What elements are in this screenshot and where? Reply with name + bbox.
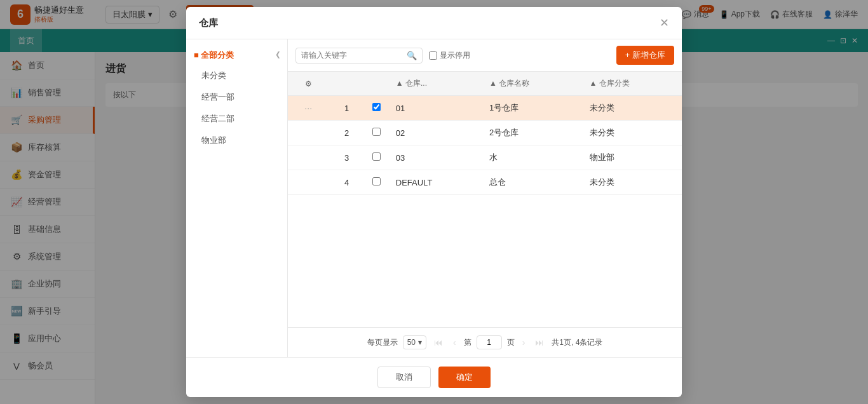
modal-footer: 取消 确定 [186, 357, 682, 397]
cancel-button[interactable]: 取消 [377, 367, 431, 388]
first-page-button[interactable]: ⏮ [431, 336, 445, 349]
page-label: 第 [464, 337, 471, 348]
show-disabled-checkbox[interactable] [429, 51, 437, 60]
search-box: 🔍 [295, 48, 423, 64]
cell-category: 未分类 [582, 121, 682, 145]
table-toolbar: 🔍 显示停用 + 新增仓库 [288, 39, 682, 72]
col-category: ▲ 仓库分类 [582, 72, 682, 96]
table-row[interactable]: 2 02 2号仓库 未分类 [288, 121, 682, 145]
cell-name: 总仓 [482, 170, 581, 195]
search-input[interactable] [301, 51, 403, 60]
cell-code: 03 [388, 145, 482, 170]
page-suffix: 页 [507, 337, 515, 348]
per-page-select[interactable]: 50 ▾ [403, 335, 426, 349]
row-actions-icon[interactable]: ··· [304, 103, 312, 113]
warehouse-table: ⚙ ▲ 仓库... ▲ 仓库名称 ▲ 仓库分类 [288, 72, 682, 195]
row-checkbox[interactable] [372, 152, 381, 161]
warehouse-modal: 仓库 ✕ ■ 全部分类 《 未分类 经营一部 经营二部 物业部 [186, 7, 682, 397]
col-checkbox [365, 72, 388, 96]
modal-overlay: 仓库 ✕ ■ 全部分类 《 未分类 经营一部 经营二部 物业部 [0, 0, 868, 404]
row-checkbox[interactable] [372, 128, 381, 136]
table-body: ··· 1 01 1号仓库 未分类 2 02 2号仓库 [288, 96, 682, 195]
col-actions: ⚙ [288, 72, 329, 96]
modal-close-button[interactable]: ✕ [660, 16, 669, 30]
table-header: ⚙ ▲ 仓库... ▲ 仓库名称 ▲ 仓库分类 [288, 72, 682, 96]
table-panel: 🔍 显示停用 + 新增仓库 ⚙ [288, 39, 682, 357]
collapse-icon[interactable]: 《 [272, 50, 280, 61]
cell-name: 水 [482, 145, 581, 170]
cell-code: 01 [388, 96, 482, 121]
category-panel: ■ 全部分类 《 未分类 经营一部 经营二部 物业部 [186, 39, 288, 357]
row-checkbox[interactable] [372, 177, 381, 185]
cell-category: 未分类 [582, 96, 682, 121]
col-name: ▲ 仓库名称 [482, 72, 581, 96]
all-categories-label: ■ 全部分类 [194, 50, 234, 61]
modal-body: ■ 全部分类 《 未分类 经营一部 经营二部 物业部 🔍 [186, 39, 682, 357]
cell-num: 3 [329, 145, 364, 170]
cell-num: 2 [329, 121, 364, 145]
next-page-button[interactable]: › [520, 336, 528, 349]
cell-num: 1 [329, 96, 364, 121]
category-unclassified[interactable]: 未分类 [186, 65, 287, 86]
cell-name: 1号仓库 [482, 96, 581, 121]
per-page-label: 每页显示 [367, 337, 398, 348]
col-code: ▲ 仓库... [388, 72, 482, 96]
category-property[interactable]: 物业部 [186, 130, 287, 151]
cell-name: 2号仓库 [482, 121, 581, 145]
category-ops2[interactable]: 经营二部 [186, 108, 287, 130]
search-icon: 🔍 [407, 51, 417, 60]
cell-num: 4 [329, 170, 364, 195]
cell-code: 02 [388, 121, 482, 145]
add-warehouse-button[interactable]: + 新增仓库 [616, 46, 674, 65]
cell-code: DEFAULT [388, 170, 482, 195]
row-checkbox[interactable] [372, 103, 381, 111]
table-row[interactable]: 3 03 水 物业部 [288, 145, 682, 170]
cell-category: 未分类 [582, 170, 682, 195]
chevron-down-icon: ▾ [418, 338, 422, 347]
category-ops1[interactable]: 经营一部 [186, 86, 287, 108]
all-categories-item[interactable]: ■ 全部分类 《 [186, 46, 287, 65]
confirm-button[interactable]: 确定 [438, 367, 491, 388]
col-num [329, 72, 364, 96]
modal-title: 仓库 [199, 17, 218, 29]
total-records: 共1页, 4条记录 [552, 337, 602, 348]
last-page-button[interactable]: ⏭ [532, 336, 546, 349]
show-disabled-label[interactable]: 显示停用 [429, 50, 470, 61]
prev-page-button[interactable]: ‹ [451, 336, 459, 349]
cell-category: 物业部 [582, 145, 682, 170]
page-input[interactable] [477, 335, 502, 349]
table-row[interactable]: ··· 1 01 1号仓库 未分类 [288, 96, 682, 121]
table-row[interactable]: 4 DEFAULT 总仓 未分类 [288, 170, 682, 195]
modal-header: 仓库 ✕ [186, 7, 682, 39]
data-table: ⚙ ▲ 仓库... ▲ 仓库名称 ▲ 仓库分类 [288, 72, 682, 327]
pagination: 每页显示 50 ▾ ⏮ ‹ 第 页 › ⏭ 共1页, 4条记录 [288, 327, 682, 357]
